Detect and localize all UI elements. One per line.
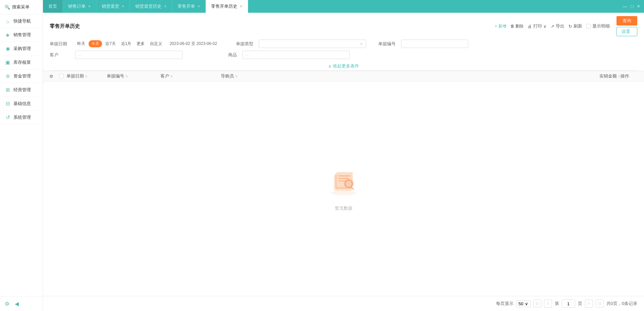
col-num[interactable]: 单据编号 ⇅	[107, 73, 160, 79]
svg-point-0	[331, 191, 356, 195]
tab-retail-open-history[interactable]: 零售开单历史 ×	[206, 0, 248, 13]
window-close-btn[interactable]: ×	[637, 3, 640, 9]
query-button[interactable]: 查询	[616, 16, 637, 25]
prev-page-btn[interactable]: <	[544, 300, 552, 308]
display-label: 显示明细	[592, 23, 610, 29]
col-amount[interactable]: 实销金额 ⇅	[580, 73, 621, 79]
col-client[interactable]: 客户 ⇅	[160, 73, 221, 79]
tab-sales-return[interactable]: 销货退货 ×	[96, 0, 130, 13]
date-btn-7days[interactable]: 近7天	[103, 40, 118, 47]
col-guide-sort-icon: ⇅	[235, 74, 238, 78]
date-btn-more[interactable]: 更多	[135, 40, 147, 47]
tab-retail-open[interactable]: 零售开单 ×	[172, 0, 206, 13]
goods-filter-label: 商品	[228, 52, 237, 58]
sales-icon: ◈	[5, 32, 11, 38]
num-filter-input[interactable]	[401, 40, 468, 48]
settings-bottom-icon[interactable]: ⚙	[5, 301, 9, 307]
date-btn-1month[interactable]: 近1月	[119, 40, 134, 47]
next-page-btn[interactable]: >	[585, 300, 593, 308]
tab-sales-return-close[interactable]: ×	[122, 4, 124, 9]
date-btn-custom[interactable]: 自定义	[148, 40, 164, 47]
last-page-btn[interactable]: ⟩⟩	[596, 300, 604, 308]
date-buttons: 昨天 今天 近7天 近1月 更多 自定义	[75, 40, 164, 47]
col-action: 操作	[621, 73, 641, 79]
client-filter-input[interactable]: ···	[75, 51, 183, 59]
sidebar-item-label: 系统管理	[13, 114, 31, 120]
empty-text: 暂无数据	[335, 205, 352, 211]
total-info: 共0页，0条记录	[606, 301, 637, 307]
tab-sales-return-history-close[interactable]: ×	[164, 4, 166, 9]
add-button[interactable]: + 新增	[495, 23, 506, 29]
window-minimize-btn[interactable]: —	[623, 4, 627, 9]
display-detail-toggle[interactable]: 显示明细	[586, 23, 610, 29]
col-num-label: 单据编号	[107, 73, 124, 79]
sidebar-item-purchase-mgmt[interactable]: ◉ 采购管理	[0, 42, 43, 56]
tab-sales-order-close[interactable]: ×	[88, 4, 91, 9]
col-action-label: 操作	[621, 73, 629, 79]
type-filter-select[interactable]: ∨	[259, 40, 366, 48]
tab-sales-order[interactable]: 销售订单 ×	[63, 0, 96, 13]
client-dots: ···	[78, 52, 82, 57]
sidebar-search[interactable]: 🔍 搜索采单	[0, 0, 43, 14]
set-button[interactable]: 设置	[616, 27, 637, 36]
print-icon: 🖨	[528, 24, 532, 29]
main-area: 首页 销售订单 × 销货退货 × 销货退货历史 × 零售开单 × 零售开单历史 …	[43, 0, 644, 311]
collapse-filter-btn[interactable]: ∧ 收起更多条件	[50, 62, 637, 70]
col-amount-sort-icon: ⇅	[618, 74, 621, 78]
per-page-chevron: ∨	[525, 301, 528, 306]
col-client-sort-icon: ⇅	[170, 74, 173, 78]
operations-icon: ⊞	[5, 87, 11, 93]
export-button[interactable]: ↗ 导出	[551, 23, 564, 29]
refresh-button[interactable]: ↻ 刷新	[568, 23, 582, 29]
tab-retail-open-history-close[interactable]: ×	[240, 4, 242, 9]
sidebar-item-operations[interactable]: ⊞ 经营管理	[0, 83, 43, 97]
table-wrapper: ⚙ 单据日期 ⇅ 单据编号 ⇅ 客户 ⇅ 导购员 ⇅	[43, 71, 644, 296]
sidebar-item-base-info[interactable]: ⊟ 基础信息	[0, 97, 43, 111]
sidebar-item-quick-nav[interactable]: ⌂ 快捷导航	[0, 14, 43, 28]
tab-retail-open-history-label: 零售开单历史	[211, 3, 237, 9]
table-settings-icon[interactable]: ⚙	[46, 74, 56, 79]
sidebar-item-label: 采购管理	[13, 46, 31, 52]
page-title: 零售开单历史	[50, 23, 80, 30]
sidebar: 🔍 搜索采单 ⌂ 快捷导航 ◈ 销售管理 ◉ 采购管理 ▣ 库存核算 ⊜ 资金管…	[0, 0, 43, 311]
select-all-checkbox[interactable]	[59, 74, 64, 79]
home-icon: ⌂	[5, 18, 11, 24]
sidebar-item-label: 资金管理	[13, 73, 31, 79]
page-input[interactable]	[562, 300, 575, 308]
display-checkbox[interactable]	[586, 24, 591, 29]
date-btn-yesterday[interactable]: 昨天	[75, 40, 87, 47]
first-page-btn[interactable]: ⟨⟨	[533, 300, 541, 308]
col-amount-label: 实销金额	[599, 73, 617, 79]
col-date[interactable]: 单据日期 ⇅	[66, 73, 107, 79]
table-checkbox-all[interactable]	[56, 74, 66, 79]
empty-state: 暂无数据	[43, 82, 644, 296]
per-page-label: 每页显示	[496, 301, 513, 307]
per-page-select[interactable]: 50 ∨	[516, 300, 530, 307]
print-button[interactable]: 🖨 打印 ∨	[528, 23, 547, 29]
sidebar-item-sys-mgmt[interactable]: ↺ 系统管理	[0, 111, 43, 124]
tab-home[interactable]: 首页	[43, 0, 63, 13]
per-page-value: 50	[518, 301, 523, 306]
collapse-label: 收起更多条件	[333, 63, 359, 69]
col-num-sort-icon: ⇅	[125, 74, 128, 78]
sidebar-item-sales-mgmt[interactable]: ◈ 销售管理	[0, 28, 43, 42]
col-guide[interactable]: 导购员 ⇅	[221, 73, 580, 79]
window-maximize-btn[interactable]: □	[631, 4, 633, 9]
tab-sales-return-history[interactable]: 销货退货历史 ×	[130, 0, 172, 13]
sidebar-item-label: 经营管理	[13, 87, 31, 93]
tab-home-label: 首页	[48, 3, 57, 9]
sidebar-item-finance[interactable]: ⊜ 资金管理	[0, 69, 43, 83]
tab-retail-open-label: 零售开单	[178, 3, 195, 9]
delete-button[interactable]: 🗑 删除	[510, 23, 524, 29]
collapse-sidebar-icon[interactable]: ◀	[15, 301, 19, 307]
sidebar-item-label: 库存核算	[13, 59, 31, 65]
goods-filter-input[interactable]: ···	[242, 51, 350, 59]
tab-retail-open-close[interactable]: ×	[198, 4, 200, 9]
finance-icon: ⊜	[5, 73, 11, 79]
page-suffix: 页	[578, 301, 582, 307]
tab-sales-order-label: 销售订单	[68, 3, 86, 9]
num-filter-label: 单据编号	[378, 41, 396, 47]
date-btn-today[interactable]: 今天	[89, 40, 102, 47]
page-label: 第	[555, 301, 559, 307]
sidebar-item-inventory[interactable]: ▣ 库存核算	[0, 56, 43, 69]
